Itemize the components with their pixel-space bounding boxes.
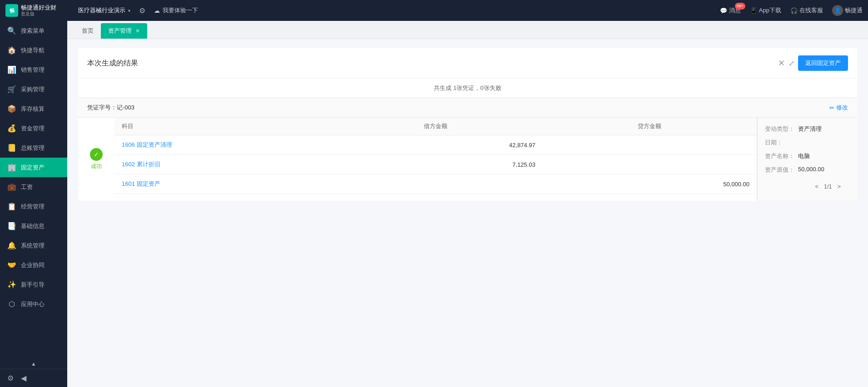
sidebar-item-capital[interactable]: 💰 资金管理 (0, 119, 67, 138)
sidebar-item-label: 企业协同 (21, 261, 45, 269)
enterprise-icon: 🤝 (7, 261, 16, 269)
success-label: 成功 (91, 163, 102, 170)
company-selector[interactable]: 医疗器械行业演示 ▾ (78, 6, 130, 15)
service-icon: 🎧 (790, 7, 798, 14)
edit-voucher-link[interactable]: ✏ 修改 (829, 104, 848, 112)
asset-original-label: 资产原值： (765, 166, 794, 174)
logo-area: 畅 畅捷通好业财 普及版 (5, 4, 73, 17)
sidebar-item-guide[interactable]: ✨ 新手引导 (0, 275, 67, 294)
change-type-value: 资产清理 (798, 125, 822, 133)
info-asset-name: 资产名称： 电脑 (765, 152, 850, 160)
app-download-btn[interactable]: 📱 App下载 (750, 6, 781, 15)
sidebar-item-label: 搜索菜单 (21, 27, 45, 35)
row2-credit (543, 159, 757, 170)
collapse-sidebar-icon[interactable]: ◀ (21, 374, 26, 382)
row3-credit: 50,000.00 (543, 175, 757, 193)
experience-btn[interactable]: ☁ 我要体验一下 (154, 6, 198, 15)
sidebar-item-label: 新手引导 (21, 281, 45, 289)
sidebar-item-label: 基础信息 (21, 222, 45, 230)
salary-icon: 💼 (7, 183, 16, 191)
online-service-label: 在线客服 (799, 6, 823, 15)
sidebar-item-label: 工资 (21, 183, 33, 191)
sidebar-item-app-center[interactable]: ⬡ 应用中心 (0, 294, 67, 314)
sidebar-item-sales[interactable]: 📊 销售管理 (0, 60, 67, 79)
company-name: 医疗器械行业演示 (78, 6, 125, 15)
info-change-type: 变动类型： 资产清理 (765, 125, 850, 133)
sidebar-item-purchase[interactable]: 🛒 采购管理 (0, 79, 67, 99)
sidebar-item-search[interactable]: 🔍 搜索菜单 (0, 21, 67, 40)
scroll-indicator[interactable]: ▲ (0, 359, 67, 369)
sidebar-item-enterprise[interactable]: 🤝 企业协同 (0, 255, 67, 275)
sidebar-item-basic-info[interactable]: 📑 基础信息 (0, 216, 67, 236)
tab-asset-label: 资产管理 (108, 27, 132, 35)
sidebar-item-salary[interactable]: 💼 工资 (0, 177, 67, 197)
user-profile-btn[interactable]: 👤 畅捷通 (832, 5, 863, 16)
online-service-btn[interactable]: 🎧 在线客服 (790, 6, 823, 15)
sidebar: 🔍 搜索菜单 🏠 快捷导航 📊 销售管理 🛒 采购管理 📦 库存核算 💰 (0, 21, 67, 387)
account-link[interactable]: 1601 固定资产 (122, 180, 160, 187)
close-panel-icon[interactable]: ✕ (778, 58, 785, 68)
system-icon: 🔔 (7, 241, 16, 250)
sidebar-item-system[interactable]: 🔔 系统管理 (0, 236, 67, 255)
sidebar-item-business[interactable]: 📋 经营管理 (0, 197, 67, 216)
tab-close-icon[interactable]: ✕ (135, 28, 140, 34)
sidebar-bottom: ⚙ ◀ (0, 369, 67, 387)
info-date: 日期： (765, 139, 850, 147)
sidebar-item-quick-nav[interactable]: 🏠 快捷导航 (0, 40, 67, 60)
sidebar-item-label: 库存核算 (21, 105, 45, 113)
sidebar-item-inventory[interactable]: 📦 库存核算 (0, 99, 67, 119)
header-center: 医疗器械行业演示 ▾ ⚙ ☁ 我要体验一下 (73, 4, 720, 17)
pagination: < 1/1 > (765, 179, 850, 194)
page-info: 1/1 (824, 183, 832, 190)
app-center-icon: ⬡ (7, 300, 16, 308)
tab-asset-mgmt[interactable]: 资产管理 ✕ (101, 23, 147, 39)
voucher-number: 凭证字号：记-003 (87, 104, 134, 112)
return-to-fixed-assets-button[interactable]: 返回固定资产 (798, 55, 848, 71)
table-row: 1601 固定资产 50,000.00 (114, 174, 757, 194)
basic-info-icon: 📑 (7, 222, 16, 230)
voucher-header: 凭证字号：记-003 ✏ 修改 (78, 98, 857, 118)
voucher-body: ✓ 成功 科目 借方金额 贷方金额 (78, 118, 857, 201)
sidebar-item-label: 系统管理 (21, 242, 45, 250)
purchase-icon: 🛒 (7, 85, 16, 94)
col-header-account: 科目 (114, 118, 328, 135)
date-label: 日期： (765, 139, 783, 147)
avatar: 👤 (832, 5, 843, 16)
col-header-credit: 贷方金额 (543, 118, 757, 135)
bottom-settings-icon[interactable]: ⚙ (7, 374, 14, 382)
app-download-label: App下载 (759, 6, 781, 15)
experience-label: 我要体验一下 (163, 6, 198, 15)
edit-icon: ✏ (829, 104, 834, 111)
sidebar-item-ledger[interactable]: 📒 总账管理 (0, 138, 67, 158)
account-link[interactable]: 1606 固定资产清理 (122, 141, 172, 148)
messages-badge: 99+ (735, 3, 745, 10)
sidebar-item-label: 资金管理 (21, 124, 45, 133)
voucher-table-area: ✓ 成功 科目 借方金额 贷方金额 (78, 118, 757, 201)
tab-home[interactable]: 首页 (74, 23, 101, 39)
page-title: 本次生成的结果 (87, 59, 138, 68)
messages-btn[interactable]: 💬 消息 99+ (720, 6, 741, 15)
sidebar-item-label: 销售管理 (21, 66, 45, 74)
logo-main: 畅捷通好业财 (21, 4, 56, 11)
asset-original-value: 50,000.00 (798, 166, 824, 173)
sidebar-item-label: 总账管理 (21, 144, 45, 152)
main-layout: 🔍 搜索菜单 🏠 快捷导航 📊 销售管理 🛒 采购管理 📦 库存核算 💰 (0, 21, 868, 387)
edit-label: 修改 (836, 104, 848, 112)
sidebar-nav: 🔍 搜索菜单 🏠 快捷导航 📊 销售管理 🛒 采购管理 📦 库存核算 💰 (0, 21, 67, 359)
next-page-btn[interactable]: > (837, 183, 841, 190)
change-type-label: 变动类型： (765, 125, 794, 133)
chevron-down-icon: ▾ (128, 8, 130, 13)
prev-page-btn[interactable]: < (815, 183, 818, 190)
account-link[interactable]: 1602 累计折旧 (122, 161, 160, 168)
success-indicator: ✓ 成功 (78, 118, 114, 201)
expand-panel-icon[interactable]: ⤢ (789, 59, 794, 68)
username: 畅捷通 (845, 6, 863, 15)
business-icon: 📋 (7, 202, 16, 211)
ledger-icon: 📒 (7, 144, 16, 152)
sidebar-item-label: 应用中心 (21, 300, 45, 308)
sidebar-item-fixed-assets[interactable]: 🏢 固定资产 (0, 158, 67, 177)
settings-icon-btn[interactable]: ⚙ (136, 4, 149, 17)
inventory-icon: 📦 (7, 104, 16, 113)
home-icon: 🏠 (7, 46, 16, 55)
tab-home-label: 首页 (82, 27, 94, 34)
